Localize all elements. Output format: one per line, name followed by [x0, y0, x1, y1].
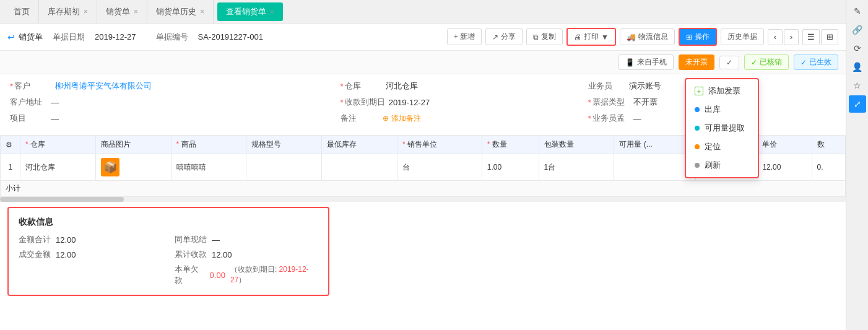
check-circle-icon: ✓: [751, 58, 757, 67]
col-warehouse: * 仓库: [20, 136, 96, 154]
phone-button[interactable]: 📱 来自手机: [618, 54, 674, 70]
sidebar-user-button[interactable]: 👤: [849, 58, 866, 76]
warehouse-field: * 仓库 河北仓库: [341, 80, 588, 92]
row-amount: 0.: [812, 154, 845, 181]
tab-sales-history[interactable]: 销货单历史 ×: [147, 0, 214, 24]
col-pkg-qty: 包装数量: [539, 136, 614, 154]
grid-view-button[interactable]: ⊞: [821, 29, 838, 45]
due-date-value: 2019-12-27: [389, 98, 430, 107]
prev-arrow[interactable]: ‹: [768, 29, 783, 45]
next-arrow[interactable]: ›: [784, 29, 799, 45]
col-spec: 规格型号: [246, 136, 322, 154]
print-icon: 🖨: [574, 33, 581, 41]
print-dropdown-arrow: ▼: [601, 33, 609, 41]
available-qty-label: 可用量提取: [705, 123, 745, 134]
same-order-settle-row: 同单现结 —: [175, 234, 318, 245]
sidebar-edit-button[interactable]: ✎: [849, 2, 866, 20]
tab-inventory-close[interactable]: ×: [84, 7, 88, 16]
plus-icon: ⊕: [383, 114, 389, 123]
tab-home[interactable]: 首页: [5, 0, 39, 24]
col-product: * 商品: [171, 136, 246, 154]
truck-icon: 🚚: [627, 33, 636, 41]
address-value: —: [51, 98, 59, 107]
doc-type: ↩ 销货单: [7, 32, 43, 43]
same-order-settle-value: —: [212, 235, 220, 245]
col-settings[interactable]: ⚙: [1, 136, 20, 154]
row-pkg-qty: 1台: [539, 154, 614, 181]
row-index: 1: [1, 154, 20, 181]
list-view-button[interactable]: ☰: [802, 29, 820, 45]
history-button[interactable]: 历史单据: [721, 28, 764, 45]
row-product: 嘻嘻嘻嘻: [171, 154, 246, 181]
doc-type-icon: ↩: [7, 32, 15, 42]
refresh-item[interactable]: 刷新: [686, 156, 758, 175]
doc-info: ↩ 销货单 单据日期 2019-12-27 单据编号 SA-20191227-0…: [7, 32, 447, 43]
check-circle-icon2: ✓: [801, 58, 807, 67]
row-min-stock: [322, 154, 397, 181]
logistics-button[interactable]: 🚚 物流信息: [620, 28, 675, 45]
col-unit: * 销售单位: [397, 136, 482, 154]
ticket-type-value: 不开票: [633, 97, 658, 108]
project-field: 项目 —: [10, 113, 341, 124]
sidebar-sync-button[interactable]: ⟳: [849, 40, 866, 57]
add-remark-button[interactable]: ⊕ 添加备注: [383, 113, 421, 124]
refresh-label: 刷新: [705, 160, 721, 171]
refresh-icon: [695, 163, 700, 168]
out-warehouse-item[interactable]: 出库: [686, 100, 758, 119]
row-quantity: 1.00: [482, 154, 539, 181]
warehouse-value: 河北仓库: [386, 80, 418, 92]
same-order-settle-label: 同单现结: [175, 234, 207, 245]
not-open-button[interactable]: 未开票: [679, 54, 714, 70]
add-invoice-item[interactable]: + 添加发票: [686, 82, 758, 100]
remark-field: 备注 ⊕ 添加备注: [341, 113, 588, 124]
col-quantity: * 数量: [482, 136, 539, 154]
effective-badge: ✓ 已生效: [794, 54, 838, 70]
order-owed-row: 本单欠款 0.00 （收款到期日: 2019-12-27）: [175, 264, 318, 286]
subtotal-label: 小计: [6, 184, 20, 193]
print-button[interactable]: 🖨 打印 ▼: [566, 28, 616, 46]
col-available: 可用量 (...: [614, 136, 696, 154]
deal-amount-value: 12.00: [56, 250, 76, 259]
customer-value[interactable]: 柳州粤港平安气体有限公司: [55, 80, 152, 92]
sidebar-expand-button[interactable]: ⤢: [849, 95, 866, 113]
subtotal-row: 小计: [1, 181, 846, 197]
number-value: SA-20191227-001: [198, 32, 264, 41]
row-unit-price: 12.00: [757, 154, 812, 181]
out-warehouse-label: 出库: [705, 104, 721, 115]
check-button[interactable]: ✓: [719, 56, 739, 69]
tab-bar: 首页 库存期初 × 销货单 × 销货单历史 × 查看销货单 × ×: [0, 0, 868, 24]
locate-item[interactable]: 定位: [686, 137, 758, 156]
tab-inventory[interactable]: 库存期初 ×: [39, 0, 97, 24]
row-warehouse: 河北仓库: [20, 154, 96, 181]
due-date-note: （收款到期日: 2019-12-27）: [230, 264, 318, 285]
sidebar-star-button[interactable]: ☆: [849, 77, 866, 94]
col-min-stock: 最低库存: [322, 136, 397, 154]
tab-sales-order-close[interactable]: ×: [134, 7, 138, 16]
operations-dropdown: + 添加发票 出库 可用量提取 定位 刷新: [685, 78, 759, 178]
right-sidebar: ✎ 🔗 ⟳ 👤 ☆ ⤢: [846, 0, 868, 330]
new-button[interactable]: + 新增: [447, 28, 482, 45]
row-product-img: 📦: [95, 154, 171, 181]
share-button[interactable]: ↗ 分享: [485, 28, 523, 45]
cumulative-payment-row: 累计收款 12.00: [175, 249, 318, 260]
share-icon: ↗: [492, 33, 498, 41]
copy-icon: ⧉: [533, 33, 539, 41]
view-toggle: ☰ ⊞: [802, 29, 838, 45]
customer-field: * 客户 柳州粤港平安气体有限公司: [10, 80, 341, 92]
sidebar-link-button[interactable]: 🔗: [849, 21, 866, 38]
add-invoice-label: 添加发票: [708, 85, 740, 97]
project-value: —: [51, 114, 59, 123]
row-available: [614, 154, 696, 181]
add-invoice-icon: +: [695, 87, 703, 95]
employee-value: 演示账号: [629, 80, 661, 92]
copy-button[interactable]: ⧉ 复制: [526, 28, 563, 45]
available-qty-item[interactable]: 可用量提取: [686, 119, 758, 137]
tab-sales-history-close[interactable]: ×: [200, 7, 204, 16]
tab-sales-order[interactable]: 销货单 ×: [97, 0, 147, 24]
out-warehouse-icon: [695, 107, 700, 112]
tab-view-sales[interactable]: 查看销货单 ×: [217, 2, 283, 21]
tab-view-sales-close[interactable]: ×: [270, 7, 274, 16]
row-spec: [246, 154, 322, 181]
operations-button[interactable]: ⊞ 操作: [679, 28, 717, 46]
phone-icon: 📱: [625, 58, 635, 67]
